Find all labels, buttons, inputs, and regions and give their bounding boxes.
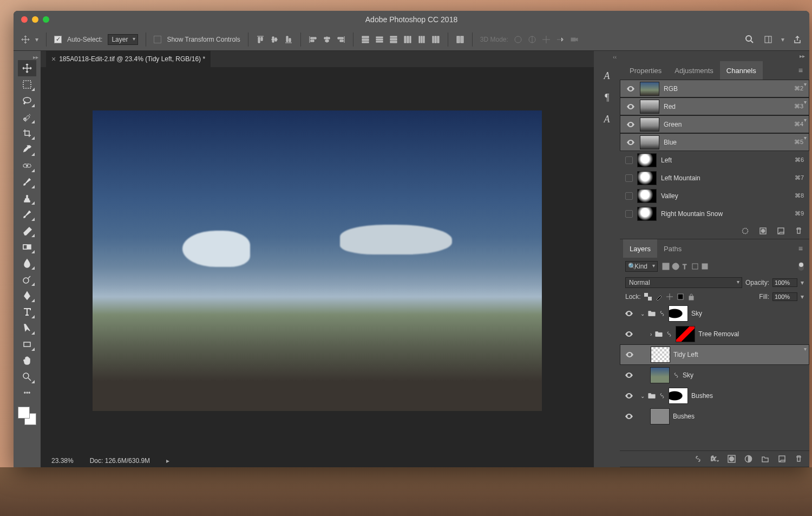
filter-shape-icon[interactable] (691, 263, 699, 270)
align-bottom-icon[interactable] (284, 35, 293, 44)
channel-row[interactable]: Right Mountain Snow⌘9 (620, 205, 809, 223)
visibility-toggle-icon[interactable] (625, 192, 633, 200)
adjustments-tab[interactable]: Adjustments (668, 61, 720, 80)
healing-brush-tool[interactable] (18, 158, 36, 174)
new-adjustment-icon[interactable] (744, 455, 752, 463)
marquee-tool[interactable] (18, 76, 36, 93)
character-panel-icon[interactable]: A (601, 70, 613, 82)
distribute-hcenter-icon[interactable] (417, 35, 426, 44)
share-icon[interactable] (793, 35, 802, 44)
visibility-toggle-icon[interactable] (624, 391, 634, 401)
panels-collapse-icon[interactable]: ▸▸ (795, 51, 809, 61)
channel-row[interactable]: RGB⌘2 (620, 80, 809, 97)
visibility-toggle-icon[interactable] (625, 174, 633, 182)
distribute-bottom-icon[interactable] (389, 35, 398, 44)
new-channel-icon[interactable] (777, 227, 785, 235)
eraser-tool[interactable] (18, 223, 36, 239)
visibility-toggle-icon[interactable] (626, 138, 636, 147)
opacity-dropdown-icon[interactable]: ▾ (801, 279, 804, 286)
layer-name[interactable]: Tidy Left (673, 351, 698, 358)
zoom-tool[interactable] (18, 369, 36, 385)
distribute-top-icon[interactable] (361, 35, 370, 44)
channels-tab[interactable]: Channels (720, 61, 763, 80)
layers-panel-menu-icon[interactable]: ≡ (795, 244, 806, 253)
layer-thumbnail[interactable] (651, 347, 670, 363)
filter-type-icon[interactable]: T (682, 263, 689, 270)
expand-toggle-icon[interactable]: ⌄ (640, 393, 645, 399)
layer-effects-icon[interactable]: fx (711, 455, 719, 463)
path-selection-tool[interactable] (18, 320, 36, 336)
history-brush-tool[interactable] (18, 206, 36, 223)
expand-toggle-icon[interactable]: › (650, 331, 652, 337)
layer-row[interactable]: ›Tree Removal (620, 324, 809, 344)
visibility-toggle-icon[interactable] (626, 120, 636, 129)
load-selection-icon[interactable] (741, 227, 749, 235)
new-layer-icon[interactable] (778, 455, 786, 463)
layer-row[interactable]: ⌄Sky (620, 303, 809, 324)
workspace-switcher-icon[interactable] (764, 35, 772, 44)
layers-tab[interactable]: Layers (623, 239, 657, 258)
save-selection-icon[interactable] (759, 227, 767, 235)
align-top-icon[interactable] (256, 35, 265, 44)
blur-tool[interactable] (18, 255, 36, 271)
delete-channel-icon[interactable] (795, 227, 803, 235)
doc-info-readout[interactable]: Doc: 126.6M/630.9M (90, 457, 150, 465)
crop-tool[interactable] (18, 125, 36, 141)
fill-dropdown-icon[interactable]: ▾ (801, 293, 804, 301)
layer-name[interactable]: Tree Removal (698, 330, 739, 338)
layer-thumbnail[interactable] (650, 367, 670, 383)
layer-row[interactable]: ⌄Bushes (620, 386, 809, 406)
layer-mask-thumbnail[interactable] (676, 326, 695, 342)
add-mask-icon[interactable] (728, 455, 736, 463)
layer-filter-kind-dropdown[interactable]: 🔍Kind (625, 261, 658, 272)
auto-select-checkbox[interactable]: ✓ (54, 36, 62, 43)
brush-tool[interactable] (18, 174, 36, 190)
visibility-toggle-icon[interactable] (624, 329, 634, 339)
align-vcenter-icon[interactable] (270, 35, 279, 44)
color-swatches[interactable] (18, 407, 36, 425)
gradient-tool[interactable] (18, 239, 36, 255)
delete-layer-icon[interactable] (795, 455, 803, 463)
visibility-toggle-icon[interactable] (625, 210, 633, 218)
channel-row[interactable]: Red⌘3 (620, 97, 809, 115)
close-tab-icon[interactable]: × (51, 55, 56, 63)
rectangle-tool[interactable] (18, 336, 36, 352)
move-tool[interactable] (18, 60, 36, 76)
visibility-toggle-icon[interactable] (624, 309, 634, 318)
type-tool[interactable] (18, 304, 36, 320)
document-canvas[interactable] (93, 110, 542, 411)
eyedropper-tool[interactable] (18, 141, 36, 158)
visibility-toggle-icon[interactable] (625, 156, 633, 164)
align-right-icon[interactable] (337, 35, 345, 44)
zoom-readout[interactable]: 23.38% (51, 457, 74, 465)
layer-name[interactable]: Bushes (691, 392, 713, 400)
filter-toggle-switch[interactable] (798, 262, 804, 271)
layer-row[interactable]: Bushes (620, 406, 809, 427)
layer-mask-thumbnail[interactable] (669, 305, 688, 322)
layer-row[interactable]: Tidy Left (620, 344, 809, 365)
properties-tab[interactable]: Properties (623, 61, 668, 80)
visibility-toggle-icon[interactable] (624, 412, 634, 421)
doc-info-menu-icon[interactable]: ▸ (166, 457, 169, 465)
filter-pixel-icon[interactable] (662, 263, 670, 270)
document-tab[interactable]: × 185A0118-Edit-2.tif @ 23.4% (Tidy Left… (46, 51, 211, 67)
minimize-window-button[interactable] (32, 16, 38, 23)
channel-row[interactable]: Green⌘4 (620, 115, 809, 133)
tools-collapse-icon[interactable]: ▸▸ (33, 54, 41, 60)
hand-tool[interactable] (18, 352, 36, 369)
layer-name[interactable]: Sky (683, 371, 693, 379)
visibility-toggle-icon[interactable] (625, 350, 634, 360)
expand-toggle-icon[interactable]: ⌄ (640, 311, 645, 317)
glyphs-panel-icon[interactable]: A (601, 113, 613, 125)
tool-preset-dropdown[interactable]: ▾ (35, 36, 38, 43)
lock-image-icon[interactable] (655, 293, 663, 301)
search-icon[interactable] (744, 34, 755, 45)
lock-transparency-icon[interactable] (644, 293, 652, 301)
distribute-vcenter-icon[interactable] (375, 35, 384, 44)
opacity-input[interactable] (772, 278, 797, 287)
channel-row[interactable]: Valley⌘8 (620, 187, 809, 205)
filter-smart-icon[interactable] (701, 263, 709, 270)
pen-tool[interactable] (18, 288, 36, 304)
close-window-button[interactable] (21, 16, 28, 23)
auto-align-icon[interactable] (456, 35, 464, 44)
